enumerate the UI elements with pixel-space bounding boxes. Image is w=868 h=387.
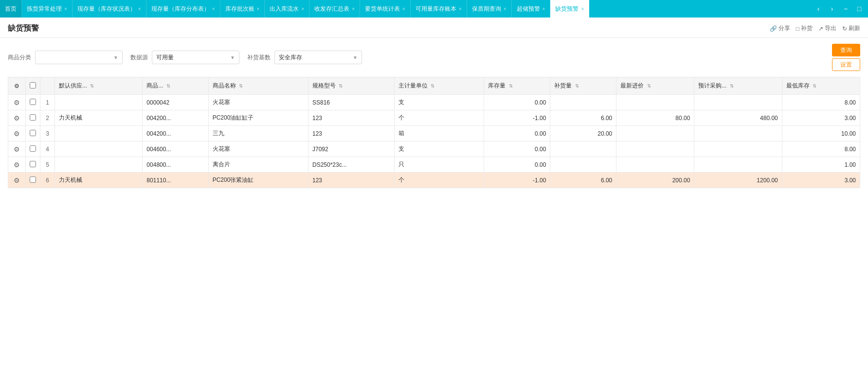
row-gear-cell[interactable]: ⚙ bbox=[8, 157, 26, 173]
nav-minimize-button[interactable]: − bbox=[839, 2, 852, 16]
est-purchase-cell: 1200.00 bbox=[694, 173, 782, 188]
close-icon[interactable]: × bbox=[352, 6, 355, 12]
row-index: 1 bbox=[40, 95, 55, 110]
nav-prev-button[interactable]: ‹ bbox=[812, 2, 825, 16]
nav-maximize-button[interactable]: □ bbox=[852, 2, 866, 16]
refresh-button[interactable]: ↻ 刷新 bbox=[842, 24, 860, 33]
unit-cell: 支 bbox=[395, 141, 484, 157]
nav-tab-available[interactable]: 可用量库存账本 × bbox=[411, 0, 467, 18]
nav-tab-picking[interactable]: 拣货异常处理 × bbox=[22, 0, 72, 18]
row-checkbox[interactable] bbox=[30, 130, 36, 136]
sort-icon: ⇅ bbox=[509, 83, 513, 88]
row-gear-cell[interactable]: ⚙ bbox=[8, 110, 26, 126]
latest-price-column-header: 最新进价 ⇅ bbox=[616, 77, 694, 95]
nav-controls: ‹ › − □ bbox=[810, 2, 868, 16]
nav-tab-flow[interactable]: 出入库流水 × bbox=[265, 0, 309, 18]
product-code-cell: 004800... bbox=[143, 157, 208, 173]
supplier-cell bbox=[55, 157, 143, 173]
row-checkbox-cell[interactable] bbox=[26, 110, 40, 126]
product-name-cell: 火花塞 bbox=[208, 95, 308, 110]
stock-cell: 0.00 bbox=[484, 141, 550, 157]
row-checkbox-cell[interactable] bbox=[26, 95, 40, 110]
row-gear-cell[interactable]: ⚙ bbox=[8, 126, 26, 141]
spec-cell: 123 bbox=[308, 173, 394, 188]
spec-cell: J7092 bbox=[308, 141, 394, 157]
row-checkbox[interactable] bbox=[30, 145, 36, 152]
est-purchase-cell bbox=[694, 95, 782, 110]
product-code-cell: 801110... bbox=[143, 173, 208, 188]
row-checkbox[interactable] bbox=[30, 161, 36, 167]
select-all-column-header[interactable] bbox=[26, 77, 40, 95]
unit-column-header: 主计量单位 ⇅ bbox=[395, 77, 484, 95]
select-all-checkbox[interactable] bbox=[30, 82, 36, 88]
nav-tab-home[interactable]: 首页 bbox=[0, 0, 22, 18]
row-index: 5 bbox=[40, 157, 55, 173]
nav-tab-inventory2[interactable]: 现存量（库存分布表） × bbox=[146, 0, 220, 18]
setting-button[interactable]: 设置 bbox=[832, 58, 860, 71]
close-icon[interactable]: × bbox=[504, 6, 506, 12]
datasource-select[interactable]: 可用量 ▼ bbox=[152, 51, 239, 64]
row-gear-cell[interactable]: ⚙ bbox=[8, 173, 26, 188]
index-column-header bbox=[40, 77, 55, 95]
gear-icon[interactable]: ⚙ bbox=[14, 176, 20, 184]
row-gear-cell[interactable]: ⚙ bbox=[8, 141, 26, 157]
product-name-cell: 离合片 bbox=[208, 157, 308, 173]
gear-icon: ⚙ bbox=[14, 83, 19, 89]
query-button[interactable]: 查询 bbox=[832, 44, 860, 56]
nav-tab-expiry[interactable]: 保质期查询 × bbox=[467, 0, 512, 18]
close-icon[interactable]: × bbox=[459, 6, 462, 12]
product-code-column-header: 商品... ⇅ bbox=[143, 77, 208, 95]
row-checkbox-cell[interactable] bbox=[26, 173, 40, 188]
row-checkbox-cell[interactable] bbox=[26, 141, 40, 157]
table-row: ⚙ 5 004800... 离合片 DS250*23c... 只 0.00 1.… bbox=[8, 157, 860, 173]
product-name-cell: PC200油缸缸子 bbox=[208, 110, 308, 126]
category-select[interactable]: ▼ bbox=[35, 51, 123, 64]
nav-tab-summary[interactable]: 收发存汇总表 × bbox=[309, 0, 360, 18]
share-button[interactable]: 🔗 分享 bbox=[770, 24, 790, 33]
row-gear-cell[interactable]: ⚙ bbox=[8, 95, 26, 110]
gear-icon[interactable]: ⚙ bbox=[14, 145, 20, 153]
replenish-qty-cell: 20.00 bbox=[550, 126, 616, 141]
min-stock-column-header: 最低库存 ⇅ bbox=[782, 77, 860, 95]
row-checkbox[interactable] bbox=[30, 176, 36, 183]
row-checkbox[interactable] bbox=[30, 114, 36, 121]
supplier-cell: 力天机械 bbox=[55, 173, 143, 188]
replenish-button[interactable]: □ 补货 bbox=[796, 24, 813, 33]
close-icon[interactable]: × bbox=[64, 6, 67, 12]
row-checkbox-cell[interactable] bbox=[26, 157, 40, 173]
row-checkbox[interactable] bbox=[30, 99, 36, 105]
nav-tab-overstock[interactable]: 超储预警 × bbox=[512, 0, 551, 18]
nav-tab-batch[interactable]: 库存批次账 × bbox=[220, 0, 265, 18]
row-index: 6 bbox=[40, 173, 55, 188]
product-name-cell: 三九 bbox=[208, 126, 308, 141]
sort-icon: ⇅ bbox=[431, 83, 434, 88]
close-icon[interactable]: × bbox=[542, 6, 545, 12]
gear-icon[interactable]: ⚙ bbox=[14, 114, 20, 122]
close-icon[interactable]: × bbox=[402, 6, 405, 12]
close-icon[interactable]: × bbox=[301, 6, 304, 12]
export-button[interactable]: ↗ 导出 bbox=[818, 24, 836, 33]
gear-icon[interactable]: ⚙ bbox=[14, 130, 20, 138]
unit-cell: 个 bbox=[395, 110, 484, 126]
product-name-cell: 火花塞 bbox=[208, 141, 308, 157]
row-checkbox-cell[interactable] bbox=[26, 126, 40, 141]
replenish-basis-select[interactable]: 安全库存 ▼ bbox=[274, 51, 362, 64]
nav-tab-shortage[interactable]: 缺货预警 × bbox=[550, 0, 589, 18]
close-icon[interactable]: × bbox=[581, 6, 584, 12]
nav-tab-requisition[interactable]: 要货单统计表 × bbox=[360, 0, 411, 18]
gear-icon[interactable]: ⚙ bbox=[14, 99, 20, 106]
table-row: ⚙ 2 力天机械 004200... PC200油缸缸子 123 个 -1.00… bbox=[8, 110, 860, 126]
replenish-qty-cell: 6.00 bbox=[550, 173, 616, 188]
table-header-row: ⚙ 默认供应... ⇅ 商品... ⇅ 商品名称 bbox=[8, 77, 860, 95]
nav-tab-inventory1[interactable]: 现存量（库存状况表） × bbox=[72, 0, 146, 18]
settings-column-header[interactable]: ⚙ bbox=[8, 77, 26, 95]
export-icon: ↗ bbox=[818, 25, 823, 32]
category-label: 商品分类 bbox=[8, 53, 31, 62]
gear-icon[interactable]: ⚙ bbox=[14, 161, 20, 169]
nav-next-button[interactable]: › bbox=[825, 2, 839, 16]
close-icon[interactable]: × bbox=[212, 6, 215, 12]
unit-cell: 支 bbox=[395, 95, 484, 110]
close-icon[interactable]: × bbox=[257, 6, 260, 12]
close-icon[interactable]: × bbox=[138, 6, 141, 12]
unit-cell: 箱 bbox=[395, 126, 484, 141]
